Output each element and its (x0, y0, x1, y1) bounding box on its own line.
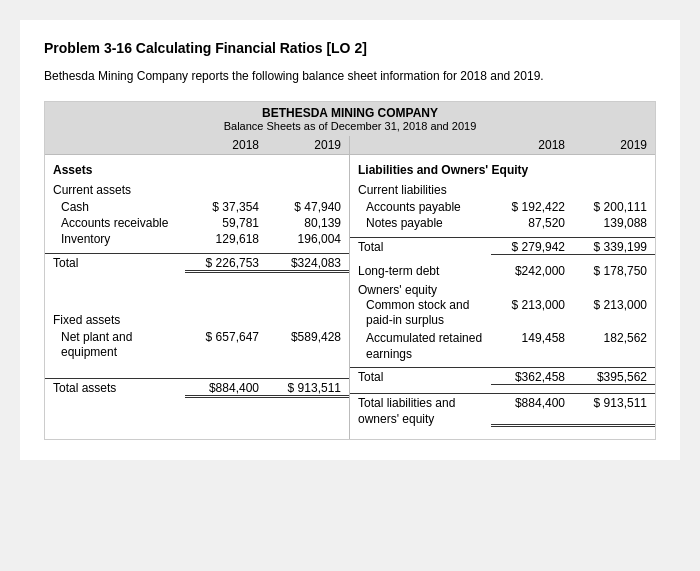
total-assets-2019: $ 913,511 (267, 381, 349, 398)
total-assets-2018: $884,400 (185, 381, 267, 398)
cash-label: Cash (45, 200, 185, 214)
cl-total-2019: $ 339,199 (573, 240, 655, 255)
re-row: Accumulated retained earnings 149,458 18… (350, 330, 655, 363)
ppe-2018: $ 657,647 (185, 330, 267, 344)
total-assets-row: Total assets $884,400 $ 913,511 (45, 378, 349, 398)
re-label: Accumulated retained earnings (350, 331, 491, 362)
cash-2018: $ 37,354 (185, 200, 267, 214)
ca-total-2019: $324,083 (267, 256, 349, 273)
ppe-2019: $589,428 (267, 330, 349, 344)
ltd-2018: $242,000 (491, 264, 573, 278)
tl-row: Total liabilities and owners' equity $88… (350, 393, 655, 427)
oe-total-label: Total (350, 370, 491, 385)
re-2018: 149,458 (491, 331, 573, 345)
inv-2018: 129,618 (185, 232, 267, 246)
problem-title: Problem 3-16 Calculating Financial Ratio… (44, 40, 656, 56)
table-subtitle: Balance Sheets as of December 31, 2018 a… (49, 120, 651, 132)
table-body: Assets Current assets Cash $ 37,354 $ 47… (45, 155, 655, 440)
ar-row: Accounts receivable 59,781 80,139 (45, 215, 349, 231)
left-year2-header: 2019 (267, 138, 349, 152)
ap-row: Accounts payable $ 192,422 $ 200,111 (350, 199, 655, 215)
tl-2019: $ 913,511 (573, 396, 655, 427)
intro-text: Bethesda Mining Company reports the foll… (44, 68, 656, 85)
oe-total-row: Total $362,458 $395,562 (350, 367, 655, 385)
ap-label: Accounts payable (350, 200, 491, 214)
inventory-label: Inventory (45, 232, 185, 246)
cs-2019: $ 213,000 (573, 298, 655, 312)
ltd-row: Long-term debt $242,000 $ 178,750 (350, 263, 655, 279)
ar-2019: 80,139 (267, 216, 349, 230)
left-year1-header: 2018 (185, 138, 267, 152)
re-2019: 182,562 (573, 331, 655, 345)
ltd-label: Long-term debt (350, 264, 491, 278)
inv-2019: 196,004 (267, 232, 349, 246)
cs-2018: $ 213,000 (491, 298, 573, 312)
assets-title: Assets (45, 159, 349, 181)
table-header: BETHESDA MINING COMPANY Balance Sheets a… (45, 102, 655, 136)
assets-section: Assets Current assets Cash $ 37,354 $ 47… (45, 155, 350, 440)
ppe-label: Net plant and equipment (45, 330, 185, 361)
company-name: BETHESDA MINING COMPANY (49, 106, 651, 120)
cl-total-row: Total $ 279,942 $ 339,199 (350, 237, 655, 255)
np-2019: 139,088 (573, 216, 655, 230)
cash-row: Cash $ 37,354 $ 47,940 (45, 199, 349, 215)
total-assets-label: Total assets (45, 381, 185, 398)
np-label: Notes payable (350, 216, 491, 230)
cs-label: Common stock and paid-in surplus (350, 298, 491, 329)
cl-total-label: Total (350, 240, 491, 255)
cl-total-2018: $ 279,942 (491, 240, 573, 255)
oe-total-2019: $395,562 (573, 370, 655, 385)
current-assets-title: Current assets (45, 181, 349, 199)
ca-total-label: Total (45, 256, 185, 273)
np-2018: 87,520 (491, 216, 573, 230)
inventory-row: Inventory 129,618 196,004 (45, 231, 349, 247)
ap-2019: $ 200,111 (573, 200, 655, 214)
tl-2018: $884,400 (491, 396, 573, 427)
ltd-2019: $ 178,750 (573, 264, 655, 278)
ca-total-2018: $ 226,753 (185, 256, 267, 273)
right-year1-header: 2018 (491, 138, 573, 152)
fixed-assets-title: Fixed assets (45, 311, 349, 329)
oe-title: Owners' equity (350, 279, 655, 297)
current-liabilities-title: Current liabilities (350, 181, 655, 199)
balance-sheet-table: BETHESDA MINING COMPANY Balance Sheets a… (44, 101, 656, 441)
page: Problem 3-16 Calculating Financial Ratio… (20, 20, 680, 460)
ap-2018: $ 192,422 (491, 200, 573, 214)
cash-2019: $ 47,940 (267, 200, 349, 214)
ppe-row: Net plant and equipment $ 657,647 $589,4… (45, 329, 349, 362)
liabilities-section: Liabilities and Owners' Equity Current l… (350, 155, 655, 440)
cs-row: Common stock and paid-in surplus $ 213,0… (350, 297, 655, 330)
np-row: Notes payable 87,520 139,088 (350, 215, 655, 231)
ca-total-row: Total $ 226,753 $324,083 (45, 253, 349, 273)
ar-label: Accounts receivable (45, 216, 185, 230)
ar-2018: 59,781 (185, 216, 267, 230)
right-year2-header: 2019 (573, 138, 655, 152)
oe-total-2018: $362,458 (491, 370, 573, 385)
liabilities-title: Liabilities and Owners' Equity (350, 159, 655, 181)
tl-label: Total liabilities and owners' equity (350, 396, 491, 427)
